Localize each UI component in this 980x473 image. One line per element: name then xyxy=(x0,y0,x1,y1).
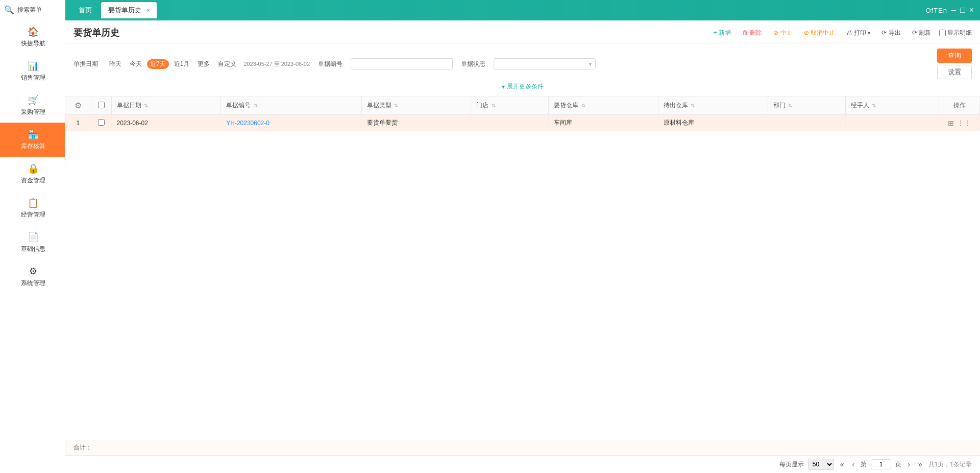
last-page-btn[interactable]: » xyxy=(916,460,924,468)
stop-button-label: ⊘ 中止 xyxy=(773,29,792,37)
stop-button[interactable]: ⊘ 中止 xyxy=(770,27,795,39)
table-header-row: ⚙ 单据日期 ⇅ 单据编号 ⇅ xyxy=(65,97,980,115)
expand-more-label: 展开更多条件 xyxy=(507,82,544,91)
delete-button-label: 🗑 删除 xyxy=(742,29,762,37)
content-area: 要货单历史 + 新增 🗑 删除 ⊘ 中止 ⊘ 取消中止 🖨 打印 ▾ xyxy=(65,20,980,473)
sidebar-item-label: 系统管理 xyxy=(21,279,45,288)
table-settings-icon[interactable]: ⚙ xyxy=(75,101,82,110)
doc-no-link[interactable]: YH-20230602-0 xyxy=(226,120,270,127)
sales-icon: 📊 xyxy=(28,60,39,72)
store-sort-icon: ⇅ xyxy=(492,103,496,108)
toolbar: + 新增 🗑 删除 ⊘ 中止 ⊘ 取消中止 🖨 打印 ▾ ⟳ 导出 xyxy=(710,27,972,39)
th-department-label: 部门 xyxy=(773,102,786,109)
req-warehouse-sort-icon: ⇅ xyxy=(581,103,585,108)
th-handler-label: 经手人 xyxy=(851,102,869,109)
filter-row-1: 单据日期 昨天 今天 近7天 近1月 更多 自定义 2023-05-27 至 2… xyxy=(74,49,972,79)
refresh-button-label: ⟳ 刷新 xyxy=(912,29,931,37)
date-filter-label: 单据日期 xyxy=(74,60,98,68)
show-detail-checkbox[interactable] xyxy=(939,30,946,36)
th-action-label: 操作 xyxy=(953,102,966,109)
minimize-button[interactable]: – xyxy=(951,6,956,15)
show-detail-toggle[interactable]: 显示明细 xyxy=(939,29,972,37)
cancel-stop-label: ⊘ 取消中止 xyxy=(804,29,835,37)
print-button[interactable]: 🖨 打印 ▾ xyxy=(843,27,873,39)
th-doc-type-label: 单据类型 xyxy=(367,102,391,109)
th-handler: 经手人 ⇅ xyxy=(845,97,939,115)
sidebar-search[interactable]: 🔍 搜索菜单 xyxy=(0,0,65,20)
date-btn-1month[interactable]: 近1月 xyxy=(171,59,193,69)
export-button[interactable]: ⟳ 导出 xyxy=(878,27,903,39)
brand-label: OfTEn xyxy=(926,7,948,14)
th-doc-type: 单据类型 ⇅ xyxy=(361,97,471,115)
sidebar-item-label: 经营管理 xyxy=(21,210,45,219)
date-btn-7days[interactable]: 近7天 xyxy=(147,59,169,69)
maximize-button[interactable]: □ xyxy=(960,6,965,15)
select-all-checkbox[interactable] xyxy=(98,102,105,108)
cancel-stop-button[interactable]: ⊘ 取消中止 xyxy=(801,27,838,39)
doc-status-select[interactable] xyxy=(494,58,596,69)
first-page-btn[interactable]: « xyxy=(838,460,846,468)
more-icon[interactable]: ⋮⋮ xyxy=(957,119,971,127)
total-label: 合计： xyxy=(74,444,92,451)
tab-order-history[interactable]: 要货单历史 × xyxy=(101,2,157,18)
th-checkbox xyxy=(91,97,111,115)
close-window-button[interactable]: × xyxy=(969,6,974,15)
topbar-right: OfTEn – □ × xyxy=(926,6,974,15)
date-btn-more[interactable]: 更多 xyxy=(194,59,213,69)
row-req-warehouse: 车间库 xyxy=(549,115,658,131)
sidebar-item-sales[interactable]: 📊 销售管理 xyxy=(0,54,65,88)
row-date: 2023-06-02 xyxy=(111,115,221,131)
next-page-btn[interactable]: › xyxy=(905,460,912,468)
tab-home[interactable]: 首页 xyxy=(71,2,99,18)
doc-number-input[interactable] xyxy=(351,58,453,69)
operations-icon: 📋 xyxy=(28,197,39,208)
date-sort-icon: ⇅ xyxy=(144,103,148,108)
sidebar-item-label: 销售管理 xyxy=(21,74,45,82)
sidebar-item-operations[interactable]: 📋 经营管理 xyxy=(0,191,65,225)
prev-page-btn[interactable]: ‹ xyxy=(850,460,857,468)
search-icon: 🔍 xyxy=(4,5,14,15)
setting-button[interactable]: 设置 xyxy=(937,65,972,79)
refresh-button[interactable]: ⟳ 刷新 xyxy=(909,27,934,39)
date-btn-yesterday[interactable]: 昨天 xyxy=(106,59,125,69)
expand-more-btn[interactable]: ▾ 展开更多条件 xyxy=(502,82,544,91)
per-page-select[interactable]: 50 10 20 100 xyxy=(808,459,834,470)
page-title: 要货单历史 xyxy=(74,27,119,39)
date-btn-custom[interactable]: 自定义 xyxy=(215,59,239,69)
page-number-input[interactable] xyxy=(871,459,891,469)
data-table: ⚙ 单据日期 ⇅ 单据编号 ⇅ xyxy=(65,97,980,131)
date-shortcuts: 昨天 今天 近7天 近1月 更多 自定义 2023-05-27 至 2023-0… xyxy=(106,59,310,69)
main-area: 首页 要货单历史 × OfTEn – □ × 要货单历史 + 新增 🗑 删除 xyxy=(65,0,980,473)
tab-close-icon[interactable]: × xyxy=(146,7,150,13)
date-btn-today[interactable]: 今天 xyxy=(127,59,145,69)
th-store: 门店 ⇅ xyxy=(471,97,549,115)
row-checkbox[interactable] xyxy=(98,119,105,126)
th-pending-warehouse: 待出仓库 ⇅ xyxy=(658,97,768,115)
print-button-label: 🖨 打印 xyxy=(846,29,866,37)
delete-button[interactable]: 🗑 删除 xyxy=(739,27,765,39)
th-settings: ⚙ xyxy=(65,97,91,115)
sidebar-item-system[interactable]: ⚙ 系统管理 xyxy=(0,259,65,294)
tab-home-label: 首页 xyxy=(79,6,92,15)
sidebar-item-base-info[interactable]: 📄 基础信息 xyxy=(0,225,65,259)
base-info-icon: 📄 xyxy=(28,231,39,243)
row-doc-type: 要货单要货 xyxy=(361,115,471,131)
total-pages-info: 共1页，1条记录 xyxy=(928,460,972,469)
row-pending-warehouse: 原材料仓库 xyxy=(658,115,768,131)
query-button[interactable]: 查询 xyxy=(937,49,972,63)
row-checkbox-cell xyxy=(91,115,111,131)
finance-icon: 🔒 xyxy=(28,163,39,174)
sidebar-item-label: 快捷导航 xyxy=(21,39,45,48)
sidebar-item-inventory[interactable]: 🏪 库存核算 xyxy=(0,123,65,157)
edit-icon[interactable]: ⊞ xyxy=(948,119,954,127)
sidebar: 🔍 搜索菜单 🏠 快捷导航 📊 销售管理 🛒 采购管理 🏪 库存核算 🔒 资金管… xyxy=(0,0,65,473)
sidebar-item-quick-nav[interactable]: 🏠 快捷导航 xyxy=(0,20,65,54)
sidebar-item-purchase[interactable]: 🛒 采购管理 xyxy=(0,88,65,123)
sidebar-item-finance[interactable]: 🔒 资金管理 xyxy=(0,157,65,191)
page-label: 第 xyxy=(861,460,867,469)
th-date-label: 单据日期 xyxy=(117,102,141,109)
row-department xyxy=(768,115,845,131)
new-button[interactable]: + 新增 xyxy=(710,27,734,39)
action-icons: ⊞ ⋮⋮ xyxy=(944,119,974,127)
sidebar-item-label: 采购管理 xyxy=(21,108,45,116)
